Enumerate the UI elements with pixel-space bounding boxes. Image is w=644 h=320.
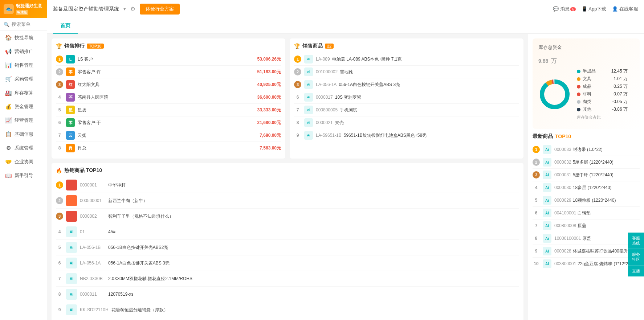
legend-row: 半成品 12.45 万 (577, 68, 628, 74)
product-name: 056-1B白色按键开关壳ABS2壳 (108, 245, 168, 251)
system-icon: ⚙ (5, 145, 12, 151)
customer-rank-row[interactable]: 2 零 零售客户-许 51,183.00元 (56, 66, 281, 78)
sales-product-rank-row[interactable]: 7 Ai 000800005手机测试 (294, 104, 519, 116)
sidebar-item-label: 资金管理 (15, 103, 33, 110)
rank-value: 7,563.00元 (260, 145, 281, 151)
hot-product-row[interactable]: 3 0000002 智利车子里（规格不知道填什么） (56, 209, 519, 224)
basic-icon: 📋 (5, 131, 12, 138)
rank-number: 3 (56, 81, 63, 88)
sidebar-item-label: 经营管理 (15, 117, 33, 124)
sales-product-rank-row[interactable]: 1 Ai LA-089电池盖 LA-089 ABS本色+黑种 7.1克 (294, 53, 519, 66)
try-btn[interactable]: 体验行业方案 (140, 4, 180, 15)
newest-avatar: Ai (543, 247, 551, 255)
online-service-btn[interactable]: 👤 在线客服 (612, 6, 638, 12)
legend-value: 0.07 万 (614, 91, 628, 97)
sidebar-item-label: 营销推广 (15, 48, 33, 55)
legend-value: 12.45 万 (611, 68, 628, 74)
newest-avatar: Ai (543, 221, 551, 230)
hot-product-row[interactable]: 7 Ai NB2.0X30B 2.0X30MM双搓花轴.搓花直径2.1MM/RO… (56, 271, 519, 287)
customer-rank-row[interactable]: 8 肖 肖总 7,563.00元 (56, 142, 281, 154)
hot-product-row[interactable]: 2 000500001 新西兰牛肉（新牛） (56, 193, 519, 209)
float-btn-live[interactable]: 直播 (628, 266, 644, 276)
customer-rank-row[interactable]: 4 苍 苍南县人民医院 36,600.00元 (56, 91, 281, 104)
rank-number: 8 (56, 145, 63, 151)
customer-rank-row[interactable]: 6 零 零售客户-于 21,680.00元 (56, 116, 281, 129)
newest-product-row[interactable]: 9 Ai 0000028体城嘉枝味苏打饮品400毫升 (1*15) (533, 245, 640, 258)
sales-product-card: 🏆 销售商品 22 1 Ai LA-089电池盖 LA-089 ABS本色+黑种… (290, 38, 523, 159)
float-btn-community[interactable]: 服务社区 (628, 249, 644, 266)
rank-number: 8 (56, 292, 63, 297)
sidebar-item-inventory[interactable]: 🏭 库存核算 (0, 86, 47, 100)
sidebar-item-newguide[interactable]: 📖 新手引导 (0, 169, 47, 182)
message-btn[interactable]: 💬 消息6 (553, 6, 576, 12)
product-name: 2.0X30MM双搓花轴.搓花直径2.1MM/ROHS (108, 276, 192, 282)
product-img (66, 180, 77, 190)
sidebar-item-system[interactable]: ⚙ 系统管理 (0, 141, 47, 155)
sidebar-item-basic[interactable]: 📋 基础信息 (0, 127, 47, 141)
sidebar-search[interactable]: 🔍 搜索菜单 (0, 18, 47, 31)
sales-product-rank-row[interactable]: 3 Ai LA-056-1A056-1A白色按键开关盖ABS 3壳 (294, 78, 519, 91)
hot-product-row[interactable]: 9 Ai KK-SD22110H 花语萌恒温分離補袋（厚款） (56, 302, 519, 317)
tab-home[interactable]: 首页 (53, 18, 78, 34)
sales-product-rank-row[interactable]: 2 Ai 001000002雪地靴 (294, 66, 519, 78)
customer-rank-row[interactable]: 5 星 星扬 33,333.00元 (56, 104, 281, 116)
inventory-icon: 🏭 (5, 90, 12, 96)
sidebar-item-label: 基础信息 (15, 131, 33, 138)
sidebar-item-home[interactable]: 🏠 快捷导航 (0, 31, 47, 45)
sidebar-item-marketing[interactable]: 📢 营销推广 (0, 45, 47, 58)
newest-product-row[interactable]: 4 Ai 000003018多层 (1220*2440) (533, 181, 640, 194)
hot-product-row[interactable]: 4 Ai 01 45# (56, 224, 519, 240)
newest-product-row[interactable]: 6 Ai 004100001白钢垫 (533, 207, 640, 220)
dropdown-icon[interactable]: ▾ (123, 6, 126, 12)
newest-product-row[interactable]: 1 Ai 0000033封边带 (1.0*22) (533, 143, 640, 156)
hot-product-row[interactable]: 5 Ai LA-056-1B 056-1B白色按键开关壳ABS2壳 (56, 240, 519, 255)
newest-name: 000003018多层 (1220*2440) (554, 185, 640, 191)
customer-rank-row[interactable]: 3 红 红太阳文具 40,925.00元 (56, 78, 281, 91)
sales-product-rank-row[interactable]: 8 Ai 0000021夹壳 (294, 116, 519, 129)
newest-product-row[interactable]: 5 Ai 000002918颗粒板 (1220*2440) (533, 194, 640, 207)
legend-label: 成品 (583, 83, 611, 90)
sidebar-item-label: 库存核算 (15, 90, 33, 96)
product-img-placeholder: Ai (66, 273, 77, 284)
newest-product-row[interactable]: 8 Ai 10000100001原盖 (533, 232, 640, 245)
product-code: LA-056-1A (80, 260, 105, 266)
sales-product-rank-row[interactable]: 6 Ai 000001710S 变刹罗紧 (294, 91, 519, 104)
rank-number: 4 (56, 229, 63, 234)
app-download-btn[interactable]: 📱 App下载 (582, 6, 606, 12)
sidebar: 🐟 畅捷通好生意 标准版 🔍 搜索菜单 🏠 快捷导航 📢 营销推广 📊 销售管理… (0, 0, 47, 320)
newest-product-row[interactable]: 2 Ai 00000325厘多层 (1220*2440) (533, 156, 640, 169)
rank-number: 7 (533, 223, 540, 228)
newest-product-row[interactable]: 10 Ai 00380000122g鱼豆腐-烧烤味 (1*12*20) (533, 258, 640, 270)
rank-avatar: Ai (304, 55, 313, 63)
customer-rank-row[interactable]: 7 云 云扬 7,680.00元 (56, 129, 281, 142)
newest-name: 0000033封边带 (1.0*22) (554, 147, 640, 153)
hot-product-row[interactable]: 6 Ai LA-056-1A 056-1A白色按键开关盖ABS 3壳 (56, 255, 519, 271)
product-name: 45# (108, 229, 115, 234)
sidebar-item-finance[interactable]: 💰 资金管理 (0, 100, 47, 114)
hot-product-row[interactable]: 1 0000001 中华神籽 (56, 177, 519, 193)
float-btn-service[interactable]: 客服热线 (628, 233, 644, 249)
operation-icon: 📈 (5, 117, 12, 124)
rank-avatar: 苍 (66, 93, 75, 102)
gear-button[interactable]: ⚙ (130, 5, 135, 12)
logo-icon: 🐟 (4, 4, 14, 14)
hot-title-text: 热销商品 TOP10 (64, 167, 102, 174)
customer-rank-row[interactable]: 1 L LS 客户 53,006.26元 (56, 53, 281, 66)
rank-number: 8 (533, 236, 540, 241)
sidebar-item-purchase[interactable]: 🛒 采购管理 (0, 72, 47, 86)
top-section: 🏆 销售排行 TOP10 1 L LS 客户 53,006.26元 2 零 零售… (52, 38, 523, 159)
purchase-icon: 🛒 (5, 76, 12, 82)
hot-product-row[interactable]: 8 Ai 0000011 12070519-xs (56, 287, 519, 302)
sidebar-item-sales[interactable]: 📊 销售管理 (0, 58, 47, 72)
legend-value: 0.25 万 (614, 83, 628, 90)
sidebar-item-enterprise[interactable]: 🤝 企业协同 (0, 155, 47, 169)
newest-product-row[interactable]: 7 Ai 000800008原盖 (533, 220, 640, 232)
sales-product-list: 1 Ai LA-089电池盖 LA-089 ABS本色+黑种 7.1克 2 Ai… (294, 53, 519, 141)
rank-number: 9 (56, 307, 63, 312)
sidebar-item-operation[interactable]: 📈 经营管理 (0, 114, 47, 127)
product-img (66, 195, 77, 206)
newest-avatar: Ai (543, 171, 551, 179)
legend-value: -3.86 万 (612, 106, 628, 112)
sales-product-rank-row[interactable]: 9 Ai LA-59651-1B59651-1B旋转投影灯电池盒ABS黑色+58… (294, 129, 519, 141)
newest-product-row[interactable]: 3 Ai 00000315厘中纤 (1220*2440) (533, 169, 640, 181)
